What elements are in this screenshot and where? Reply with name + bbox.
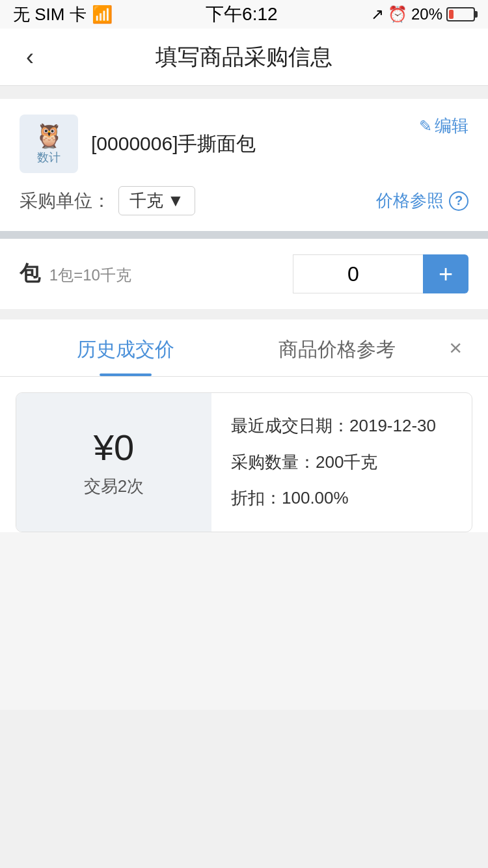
trade-discount-label: 折扣： bbox=[231, 488, 282, 508]
edit-button[interactable]: ✎ 编辑 bbox=[419, 115, 468, 137]
back-button[interactable]: ‹ bbox=[20, 37, 40, 77]
nav-icon: ↗ bbox=[371, 5, 384, 23]
quantity-input[interactable] bbox=[293, 254, 423, 293]
trade-date-row: 最近成交日期：2019-12-30 bbox=[231, 413, 452, 440]
trade-discount-row: 折扣：100.00% bbox=[231, 485, 452, 512]
wifi-icon: 📶 bbox=[92, 5, 113, 25]
no-sim-text: 无 SIM 卡 bbox=[13, 3, 87, 26]
unit-main: 包 bbox=[20, 262, 40, 285]
status-left: 无 SIM 卡 📶 bbox=[13, 3, 113, 26]
trade-qty-label: 采购数量： bbox=[231, 452, 316, 472]
trade-card-right: 最近成交日期：2019-12-30 采购数量：200千克 折扣：100.00% bbox=[211, 393, 472, 532]
trade-price: ¥0 bbox=[94, 426, 134, 468]
product-card: 🦉 数计 [0000006]手撕面包 ✎ 编辑 采购单位： 千克 ▼ 价格参照 … bbox=[0, 99, 488, 231]
plus-button[interactable]: + bbox=[423, 254, 468, 293]
unit-select[interactable]: 千克 ▼ bbox=[118, 186, 195, 215]
status-bar: 无 SIM 卡 📶 下午6:12 ↗ ⏰ 20% bbox=[0, 0, 488, 29]
trade-card-left: ¥0 交易2次 bbox=[16, 393, 211, 532]
unit-value: 千克 bbox=[129, 189, 163, 212]
trade-discount-value: 100.00% bbox=[282, 488, 349, 508]
product-name: [0000006]手撕面包 bbox=[91, 131, 256, 157]
tab-history-price[interactable]: 历史成交价 bbox=[20, 319, 231, 376]
product-thumbnail: 🦉 数计 bbox=[20, 115, 78, 173]
alarm-icon: ⏰ bbox=[388, 5, 407, 23]
tabs-container: 历史成交价 商品价格参考 × ¥0 交易2次 最近成交日期：2019-12-30… bbox=[0, 319, 488, 532]
tab-price-reference[interactable]: 商品价格参考 bbox=[231, 319, 442, 376]
owl-icon: 🦉 bbox=[34, 122, 64, 150]
edit-label: 编辑 bbox=[435, 115, 468, 137]
help-icon: ? bbox=[449, 191, 468, 211]
quantity-label: 包 1包=10千克 bbox=[20, 260, 131, 288]
product-left: 🦉 数计 [0000006]手撕面包 bbox=[20, 115, 256, 173]
price-ref-button[interactable]: 价格参照 ? bbox=[376, 189, 468, 212]
header: ‹ 填写商品采购信息 bbox=[0, 29, 488, 86]
page-title: 填写商品采购信息 bbox=[156, 42, 332, 72]
status-time: 下午6:12 bbox=[206, 2, 278, 27]
tabs-header: 历史成交价 商品价格参考 × bbox=[0, 319, 488, 377]
trade-card: ¥0 交易2次 最近成交日期：2019-12-30 采购数量：200千克 折扣：… bbox=[16, 392, 472, 532]
price-ref-label: 价格参照 bbox=[376, 189, 444, 212]
edit-icon: ✎ bbox=[419, 117, 432, 135]
main-content: 历史成交价 商品价格参考 × ¥0 交易2次 最近成交日期：2019-12-30… bbox=[0, 319, 488, 710]
trade-date-value: 2019-12-30 bbox=[349, 416, 436, 435]
close-button[interactable]: × bbox=[442, 329, 468, 367]
unit-label: 采购单位： bbox=[20, 189, 111, 213]
unit-section: 采购单位： 千克 ▼ bbox=[20, 186, 195, 215]
trade-qty-value: 200千克 bbox=[316, 452, 377, 472]
status-right: ↗ ⏰ 20% bbox=[371, 5, 475, 23]
dropdown-arrow-icon: ▼ bbox=[167, 191, 184, 211]
battery-icon bbox=[446, 7, 475, 21]
trade-qty-row: 采购数量：200千克 bbox=[231, 449, 452, 476]
trade-date-label: 最近成交日期： bbox=[231, 416, 349, 435]
trade-count: 交易2次 bbox=[84, 475, 144, 498]
battery-percent: 20% bbox=[411, 5, 442, 23]
separator-bar bbox=[0, 231, 488, 239]
unit-sub: 1包=10千克 bbox=[49, 266, 131, 284]
quantity-control: + bbox=[293, 254, 468, 293]
quantity-row: 包 1包=10千克 + bbox=[0, 239, 488, 309]
owl-label: 数计 bbox=[37, 150, 61, 165]
